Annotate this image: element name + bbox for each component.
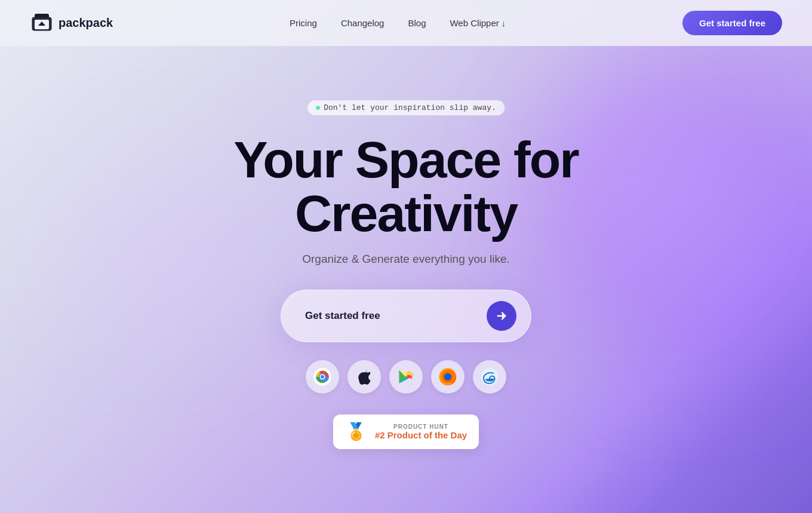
chevron-down-icon: ↓ [502,18,506,28]
platform-chrome[interactable] [306,360,339,394]
product-hunt-icon: 🏅 [345,420,368,443]
platform-firefox[interactable] [431,360,465,394]
google-play-icon [398,368,414,385]
svg-point-16 [485,379,494,382]
platform-edge[interactable] [473,360,506,394]
svg-marker-8 [399,370,408,383]
nav-links: Pricing Changelog Blog Web Clipper ↓ [290,18,506,29]
ph-rank: #2 Product of the Day [375,430,467,440]
ph-label: PRODUCT HUNT [375,423,467,430]
nav-item-blog[interactable]: Blog [408,18,426,29]
hero-section: Don't let your inspiration slip away. Yo… [0,46,812,449]
chrome-icon [313,368,331,386]
badge-dot [316,106,320,110]
logo-text: packpack [59,16,113,30]
hero-subtitle: Organize & Generate everything you like. [302,253,509,266]
ph-text: PRODUCT HUNT #2 Product of the Day [375,423,467,440]
platform-icons [306,360,506,394]
navigation: packpack Pricing Changelog Blog Web Clip… [0,0,812,46]
web-clipper-link[interactable]: Web Clipper ↓ [450,18,506,28]
badge-text: Don't let your inspiration slip away. [324,103,496,112]
product-hunt-badge[interactable]: 🏅 PRODUCT HUNT #2 Product of the Day [333,414,479,449]
inspiration-badge: Don't let your inspiration slip away. [307,100,505,116]
edge-icon [481,368,499,386]
svg-point-14 [444,373,451,380]
nav-item-changelog[interactable]: Changelog [341,18,385,29]
get-started-arrow-button[interactable] [487,301,516,331]
nav-cta-button[interactable]: Get started free [682,11,782,35]
blog-link[interactable]: Blog [408,18,426,28]
nav-item-web-clipper[interactable]: Web Clipper ↓ [450,18,506,28]
logo-icon [30,11,54,35]
get-started-card: Get started free [281,290,531,342]
svg-point-7 [321,375,324,379]
firefox-icon [439,368,457,386]
platform-apple[interactable] [347,360,381,394]
changelog-link[interactable]: Changelog [341,18,385,28]
logo-link[interactable]: packpack [30,11,113,35]
apple-icon [356,369,372,385]
nav-item-pricing[interactable]: Pricing [290,18,317,29]
platform-google-play[interactable] [389,360,423,394]
arrow-right-icon [495,309,508,322]
pricing-link[interactable]: Pricing [290,18,317,28]
hero-title: Your Space for Creativity [122,133,690,241]
get-started-label: Get started free [305,310,380,322]
